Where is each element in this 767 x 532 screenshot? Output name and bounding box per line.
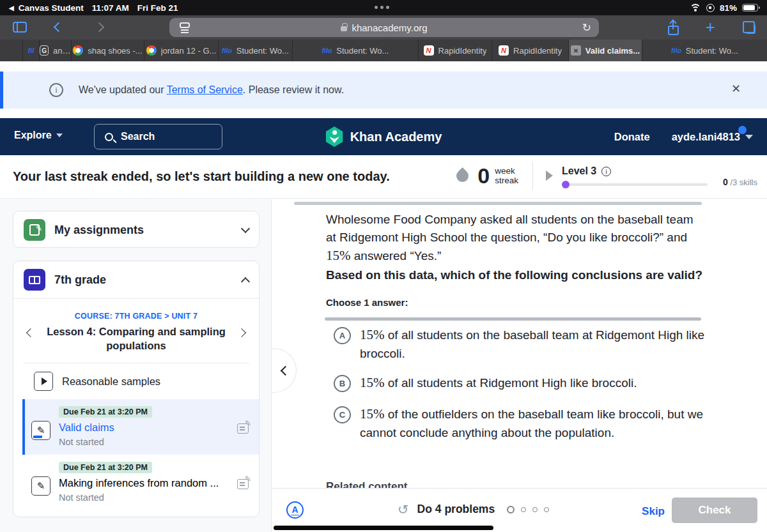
clock: 11:07 AM	[92, 3, 129, 13]
browser-tab[interactable]: jordan 12 - G...	[144, 40, 219, 61]
divider	[532, 162, 533, 190]
ipad-screen: ◀ Canvas Student 11:07 AM Fri Feb 21 81%…	[0, 0, 767, 532]
browser-tab[interactable]: shaq shoes -...	[72, 40, 144, 61]
course-book-icon	[24, 269, 45, 291]
back-icon[interactable]	[54, 22, 64, 33]
rotation-lock-icon	[706, 4, 715, 12]
radio-letter[interactable]: A	[334, 327, 351, 344]
tab-sliver[interactable]: fil	[23, 40, 40, 61]
notification-dot	[738, 126, 747, 134]
radio-letter[interactable]: C	[334, 406, 351, 423]
filo-icon: filo	[671, 47, 681, 54]
address-bar[interactable]: khanacademy.org ↻	[169, 18, 599, 37]
search-icon	[105, 133, 113, 141]
browser-tab-active[interactable]: Valid claims...	[569, 40, 642, 61]
terms-of-service-link[interactable]: Terms of Service	[167, 84, 243, 95]
info-icon: i	[49, 83, 63, 97]
browser-tab[interactable]: filo Student: Wo...	[219, 40, 293, 61]
answer-choice-c[interactable]: C 15% of the outfielders on the baseball…	[334, 405, 717, 442]
skip-button[interactable]: Skip	[642, 505, 665, 518]
lock-icon	[341, 26, 347, 31]
user-menu[interactable]: ayde.lani4813	[672, 131, 755, 143]
accessibility-icon[interactable]: A	[286, 501, 304, 519]
streak-bar: Your last streak ended, so let's start b…	[0, 155, 767, 199]
tab-sliver[interactable]	[0, 40, 23, 61]
chevron-down-icon[interactable]	[241, 224, 250, 233]
lesson-item-exercise-active[interactable]: ✎ Due Feb 21 at 3:20 PM Valid claims Not…	[22, 399, 259, 455]
browser-tab[interactable]: N RapidIdentity	[419, 40, 492, 61]
forward-icon[interactable]	[95, 22, 105, 33]
tab-strip: fil G and 1 shaq shoes -... jordan 12 - …	[0, 40, 767, 61]
assignment-title[interactable]: Valid claims	[59, 422, 250, 434]
filo-icon: filo	[222, 47, 232, 54]
assignments-card-title: My assignments	[54, 224, 233, 237]
tab-overview-icon[interactable]	[746, 24, 755, 34]
answer-choice-b[interactable]: B 15% of all students at Ridgemont High …	[334, 374, 717, 392]
search-button[interactable]: Search	[94, 124, 222, 149]
streak-unit: week streak	[495, 166, 518, 185]
tos-banner: i We've updated our Terms of Service. Pl…	[0, 72, 767, 109]
streak-message: Your last streak ended, so let's start b…	[13, 169, 390, 184]
username: ayde.lani4813	[672, 131, 740, 143]
answer-choices: A 15% of all students on the baseball te…	[334, 326, 717, 442]
back-to-app-icon[interactable]: ◀	[9, 4, 14, 11]
assignments-icon	[24, 219, 45, 241]
choose-answer-label: Choose 1 answer:	[326, 297, 408, 308]
my-assignments-card[interactable]: My assignments	[13, 211, 260, 248]
home-indicator[interactable]	[274, 526, 493, 530]
browser-tab[interactable]: N RapidIdentity	[492, 40, 569, 61]
grade-card: 7th grade COURSE: 7TH GRADE > UNIT 7 Les…	[13, 261, 260, 517]
reload-icon[interactable]: ↻	[582, 21, 591, 34]
level-info-icon[interactable]: i	[601, 167, 611, 176]
khan-academy-leaf-icon	[325, 126, 344, 147]
chevron-up-icon[interactable]	[241, 277, 250, 286]
exercise-pane: Wholesome Food Company asked all student…	[272, 199, 767, 532]
problem-progress-dots	[507, 506, 549, 513]
multitasking-dots-icon[interactable]	[375, 6, 389, 9]
check-button[interactable]: Check	[672, 498, 757, 523]
browser-tab[interactable]: G and 1	[40, 40, 72, 61]
chevron-down-icon	[745, 135, 753, 139]
grade-card-header[interactable]: 7th grade	[13, 261, 259, 298]
sidebar-toggle-icon[interactable]	[13, 22, 27, 33]
question-text: Wholesome Food Company asked all student…	[326, 211, 706, 265]
wifi-icon	[690, 4, 701, 12]
address-url[interactable]: khanacademy.org	[352, 22, 427, 33]
due-badge: Due Feb 21 at 3:20 PM	[59, 406, 152, 418]
next-lesson-icon[interactable]	[237, 328, 246, 337]
back-to-app-label[interactable]: Canvas Student	[19, 3, 84, 13]
banner-close-icon[interactable]	[731, 83, 743, 95]
course-sidebar: My assignments 7th grade COURSE: 7TH GRA…	[0, 199, 272, 532]
choices-divider	[325, 317, 701, 321]
explore-menu[interactable]: Explore	[14, 130, 63, 141]
donate-link[interactable]: Donate	[614, 131, 650, 143]
new-tab-icon[interactable]: +	[706, 19, 715, 35]
rapididentity-icon: N	[499, 45, 509, 56]
restart-icon[interactable]: ↻	[398, 503, 409, 516]
level-expand-icon[interactable]	[546, 171, 553, 181]
exercise-pencil-icon: ✎	[31, 476, 50, 496]
brand-logo[interactable]: Khan Academy	[325, 126, 442, 147]
filo-icon: filo	[322, 47, 332, 54]
level-progress-knob	[562, 181, 569, 188]
browser-tab[interactable]: filo Student: Wo...	[642, 40, 767, 61]
radio-letter[interactable]: B	[334, 375, 351, 392]
browser-tab[interactable]: filo Student: Wo...	[293, 40, 419, 61]
close-tab-icon[interactable]	[571, 45, 581, 56]
skills-progress: 0 /3 skills	[723, 177, 757, 187]
lesson-item-exercise[interactable]: ✎ Due Feb 21 at 3:20 PM Making inference…	[22, 455, 259, 510]
task-label: Do 4 problems	[417, 503, 495, 516]
date: Fri Feb 21	[137, 3, 178, 13]
share-icon[interactable]	[668, 26, 679, 35]
question-prompt: Based on this data, which of the followi…	[326, 268, 709, 282]
previous-lesson-icon[interactable]	[26, 328, 35, 337]
assignment-title[interactable]: Making inferences from random ...	[59, 477, 250, 489]
breadcrumb[interactable]: COURSE: 7TH GRADE > UNIT 7	[13, 312, 259, 321]
math-value: 15%	[326, 248, 351, 263]
due-badge: Due Feb 21 at 3:20 PM	[59, 462, 152, 473]
lesson-item-video[interactable]: Reasonable samples	[13, 363, 259, 399]
rapididentity-icon: N	[424, 45, 434, 56]
answer-choice-a[interactable]: A 15% of all students on the baseball te…	[334, 326, 717, 363]
lesson-title: Lesson 4: Comparing and sampling populat…	[43, 324, 229, 353]
tos-banner-text: We've updated our Terms of Service. Plea…	[79, 84, 344, 96]
